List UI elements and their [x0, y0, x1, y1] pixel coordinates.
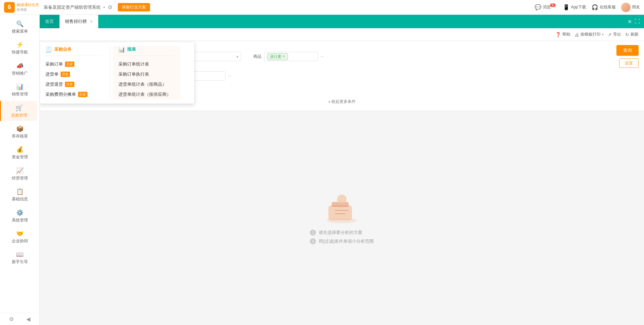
help-icon: ❓ [555, 32, 561, 37]
export-action[interactable]: ↗ 导出 [608, 32, 621, 37]
product-input[interactable]: 设计素 × [264, 52, 318, 61]
print-icon: 🖨 [574, 32, 579, 37]
action-buttons: 查询 设置 [616, 45, 639, 68]
set-button[interactable]: 设置 [619, 58, 639, 68]
export-icon: ↗ [608, 32, 612, 37]
message-item[interactable]: 💬 消息 9 [535, 4, 558, 10]
sidebar-bottom: ⚙ ◀ [0, 313, 39, 325]
refresh-label: 刷新 [631, 32, 639, 37]
app-download-item[interactable]: 📱 App下载 [563, 4, 586, 10]
empty-hints: 1 请先选择要分析的方案 2 用[过滤]条件来缩小分析范围 [310, 230, 373, 244]
topbar: 6 畅捷通好生意 标准版 装备及固定资产辅助管理系统 ▾ ⚙ 体验行业方案 💬 … [0, 0, 644, 15]
tab-close-icon[interactable]: × [90, 19, 93, 24]
user-label: 用友 [632, 4, 640, 10]
status-chevron-icon: ▾ [237, 55, 238, 58]
sidebar-label-guide: 新手引导 [12, 259, 28, 264]
sidebar-item-base-info[interactable]: 📋 基础信息 [2, 185, 37, 205]
report-col-title-text: 报表 [127, 46, 136, 52]
sidebar-item-purchase[interactable]: 🛒 采购管理 [0, 101, 37, 121]
sidebar-label-cooperation: 企业协同 [12, 239, 28, 243]
operations-icon: 📈 [16, 167, 24, 174]
sidebar-label-purchase: 采购管理 [11, 113, 27, 118]
purchase-col-icon: 🧾 [45, 46, 52, 53]
quicknav-icon: ⚡ [16, 41, 24, 48]
stock-in-label: 进货单 [45, 71, 59, 77]
refresh-icon: ↻ [625, 32, 629, 37]
query-button[interactable]: 查询 [616, 45, 639, 56]
menu-item-order-exec[interactable]: 采购订单执行表 [118, 69, 175, 79]
menu-item-order-stat[interactable]: 采购订单统计表 [118, 59, 175, 69]
tab-home[interactable]: 首页 [40, 15, 60, 28]
sidebar-item-cooperation[interactable]: 🤝 企业协同 [2, 227, 37, 247]
hint-text-1: 请先选择要分析的方案 [319, 230, 362, 236]
logo-icon: 6 [4, 2, 15, 13]
purchase-cost-tag: 历史 [78, 92, 87, 97]
sidebar-item-sales[interactable]: 📊 销售管理 [2, 80, 37, 100]
sidebar-item-quicknav[interactable]: ⚡ 快捷导航 [2, 38, 37, 58]
online-service-item[interactable]: 🎧 在线客服 [592, 4, 616, 10]
sidebar-item-operations[interactable]: 📈 经营管理 [2, 164, 37, 184]
system-icon: ⚙️ [16, 209, 24, 216]
product-more-icon[interactable]: ··· [321, 54, 324, 59]
avatar [621, 3, 631, 12]
stock-stat-supplier-label: 进货单统计表（按供应商） [118, 91, 171, 97]
logo-edition: 标准版 [17, 7, 39, 12]
message-label: 消息 [543, 4, 551, 10]
menu-item-stock-return[interactable]: 进货退货 历史 [45, 79, 102, 89]
sidebar-item-search[interactable]: 🔍 搜索菜单 [2, 17, 37, 37]
sidebar-item-guide[interactable]: 📖 新手引导 [2, 247, 37, 268]
stock-stat-product-label: 进货单统计表（按商品） [118, 81, 167, 87]
hint-num-1: 1 [310, 230, 316, 236]
print-action[interactable]: 🖨 按模板打印 ▾ [574, 32, 604, 37]
settings-icon[interactable]: ⚙ [108, 4, 112, 10]
menu-col-report-title: 📊 报表 [118, 46, 175, 56]
logo-text: 畅捷通好生意 [17, 2, 39, 7]
export-label: 导出 [613, 32, 621, 37]
settings-bottom-icon[interactable]: ⚙ [9, 316, 14, 322]
search-icon: 🔍 [16, 20, 24, 28]
sidebar-item-finance[interactable]: 💰 资金管理 [2, 143, 37, 163]
stock-return-tag: 历史 [65, 82, 74, 87]
stock-return-label: 进货退货 [45, 81, 63, 87]
print-dropdown-icon[interactable]: ▾ [602, 33, 604, 36]
empty-svg [322, 192, 362, 226]
order-exec-label: 采购订单执行表 [118, 71, 149, 77]
empty-state: 1 请先选择要分析的方案 2 用[过滤]条件来缩小分析范围 [40, 111, 644, 325]
tab-sales-rank[interactable]: 销售排行榜 × [60, 15, 98, 28]
headset-icon: 🎧 [592, 4, 598, 10]
sidebar-item-system[interactable]: ⚙️ 系统管理 [2, 206, 37, 226]
refresh-action[interactable]: ↻ 刷新 [625, 32, 639, 37]
sidebar-label-inventory: 库存核算 [12, 134, 28, 138]
hint-num-2: 2 [310, 238, 316, 244]
product-tag-close-icon[interactable]: × [283, 54, 285, 59]
content-area: 首页 销售排行榜 × ✕ ⛶ ❓ 帮助 🖨 按模板打印 ▾ [40, 15, 644, 325]
collapse-icon[interactable]: ◀ [26, 316, 30, 322]
phone-icon: 📱 [563, 4, 570, 10]
sidebar-nav: 🔍 搜索菜单 ⚡ 快捷导航 📣 营销推广 📊 销售管理 🛒 采购管理 📦 [0, 15, 39, 313]
menu-col-purchase-title: 🧾 采购业务 [45, 46, 102, 56]
empty-illustration [322, 192, 362, 226]
menu-item-stock-stat-product[interactable]: 进货单统计表（按商品） [118, 79, 175, 89]
purchase-col-title-text: 采购业务 [54, 46, 72, 52]
purchase-cost-label: 采购费用分摊单 [45, 91, 76, 97]
menu-item-purchase-cost[interactable]: 采购费用分摊单 历史 [45, 89, 102, 99]
salesman-more-icon[interactable]: ··· [228, 74, 231, 78]
svg-rect-1 [328, 205, 352, 220]
help-action[interactable]: ❓ 帮助 [555, 32, 570, 37]
menu-item-stock-stat-supplier[interactable]: 进货单统计表（按供应商） [118, 89, 175, 99]
window-close-icon[interactable]: ✕ [628, 18, 632, 25]
window-maximize-icon[interactable]: ⛶ [635, 18, 640, 25]
sidebar-item-inventory[interactable]: 📦 库存核算 [2, 122, 37, 142]
sidebar-item-marketing[interactable]: 📣 营销推广 [2, 59, 37, 79]
user-item[interactable]: 用友 [621, 3, 640, 12]
title-dropdown-icon[interactable]: ▾ [103, 5, 105, 9]
online-service-label: 在线客服 [600, 4, 616, 10]
product-label: 商品 [253, 54, 261, 59]
purchase-order-tag: 历史 [65, 62, 74, 67]
menu-item-stock-in[interactable]: 进货单 历史 [45, 69, 102, 79]
industry-button[interactable]: 体验行业方案 [118, 3, 150, 11]
app-download-label: App下载 [571, 4, 586, 10]
purchase-icon: 🛒 [15, 104, 23, 112]
menu-col-divider [110, 46, 110, 99]
menu-item-purchase-order[interactable]: 采购订单 历史 [45, 59, 102, 69]
